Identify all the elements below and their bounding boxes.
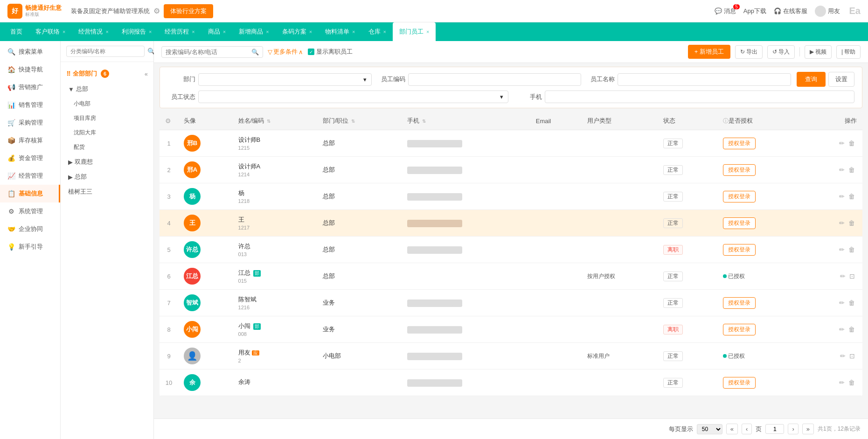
- col-dept[interactable]: 部门/职位 ⇅: [317, 112, 402, 130]
- close-icon[interactable]: ×: [352, 29, 355, 35]
- search-icon-btn[interactable]: 🔍: [251, 49, 259, 56]
- auth-button[interactable]: 授权登录: [723, 191, 756, 202]
- add-employee-button[interactable]: + 新增员工: [688, 45, 730, 59]
- filter-status-select[interactable]: ▾: [198, 91, 508, 103]
- sidebar-item-guide[interactable]: 💡 新手引导: [0, 238, 60, 256]
- delete-button[interactable]: 🗑: [847, 245, 857, 254]
- sidebar-item-purchase[interactable]: 🛒 采购管理: [0, 114, 60, 132]
- reset-button[interactable]: 设置: [828, 72, 854, 87]
- edit-button[interactable]: ✏: [837, 325, 847, 334]
- close-icon[interactable]: ×: [383, 29, 386, 35]
- close-icon[interactable]: ×: [105, 29, 108, 35]
- copy-button[interactable]: ⊡: [847, 351, 857, 361]
- close-icon[interactable]: ×: [223, 29, 226, 35]
- dept-sub-project[interactable]: 项目库房: [61, 111, 153, 125]
- export-button[interactable]: ↻ 导出: [735, 45, 763, 59]
- message-icon[interactable]: 💬 消息 5: [715, 7, 736, 15]
- auth-button[interactable]: 授权登录: [723, 138, 756, 149]
- nav-item-customer[interactable]: 客户联络 ×: [29, 22, 72, 41]
- edit-button[interactable]: ✏: [837, 139, 847, 148]
- dept-sub-peihuo[interactable]: 配货: [61, 140, 153, 154]
- nav-item-add-goods[interactable]: 新增商品 ×: [232, 22, 275, 41]
- delete-button[interactable]: 🗑: [847, 378, 857, 387]
- sidebar-item-finance[interactable]: 💰 资金管理: [0, 149, 60, 167]
- auth-button[interactable]: 授权登录: [723, 377, 756, 389]
- dept-group-item-shuanglu[interactable]: ▶ 双鹿想: [61, 154, 153, 169]
- delete-button[interactable]: 🗑: [847, 165, 857, 174]
- nav-item-operation[interactable]: 经营情况 ×: [72, 22, 115, 41]
- close-icon[interactable]: ×: [266, 29, 269, 35]
- user-menu[interactable]: 用友: [815, 6, 840, 17]
- col-name-code[interactable]: 姓名/编码 ⇅: [233, 112, 317, 130]
- last-page-button[interactable]: »: [802, 424, 814, 434]
- close-icon[interactable]: ×: [149, 29, 152, 35]
- sidebar-item-sales[interactable]: 📊 销售管理: [0, 96, 60, 114]
- nav-item-department[interactable]: 部门员工 ×: [393, 22, 436, 41]
- auth-button[interactable]: 授权登录: [723, 324, 756, 335]
- import-button[interactable]: ↺ 导入: [767, 45, 795, 59]
- query-button[interactable]: 查询: [797, 72, 826, 87]
- help-button[interactable]: | 帮助: [836, 45, 861, 59]
- sidebar-item-inventory[interactable]: 📦 库存核算: [0, 132, 60, 149]
- edit-button[interactable]: ✏: [838, 272, 847, 281]
- first-page-button[interactable]: «: [726, 424, 738, 434]
- search-input[interactable]: [166, 49, 250, 56]
- app-download-link[interactable]: App下载: [743, 7, 766, 15]
- dept-sub-xiaodian[interactable]: 小电部: [61, 97, 153, 111]
- close-icon[interactable]: ×: [62, 29, 65, 35]
- edit-button[interactable]: ✏: [837, 245, 847, 254]
- close-icon[interactable]: ×: [309, 29, 312, 35]
- page-size-select[interactable]: 50 100 200: [697, 424, 722, 434]
- col-phone[interactable]: 手机 ⇅: [402, 112, 530, 130]
- sidebar-item-basic[interactable]: 📋 基础信息: [0, 185, 60, 202]
- nav-item-history[interactable]: 经营历程 ×: [158, 22, 201, 41]
- prev-page-button[interactable]: ‹: [742, 424, 752, 434]
- delete-button[interactable]: 🗑: [847, 298, 857, 307]
- close-icon-active[interactable]: ×: [426, 29, 429, 35]
- nav-item-bom[interactable]: 物料清单 ×: [319, 22, 361, 41]
- auth-button[interactable]: 授权登录: [723, 164, 756, 176]
- nav-item-barcode[interactable]: 条码方案 ×: [276, 22, 319, 41]
- dept-all-button[interactable]: ⠿ 全部部门 6 «: [61, 66, 153, 82]
- edit-button[interactable]: ✏: [837, 165, 847, 174]
- close-icon[interactable]: ×: [192, 29, 194, 35]
- auth-button[interactable]: 授权登录: [723, 244, 756, 256]
- filter-code-input[interactable]: [408, 73, 582, 86]
- edit-button[interactable]: ✏: [837, 218, 847, 228]
- edit-button[interactable]: ✏: [838, 351, 847, 361]
- delete-button[interactable]: 🗑: [847, 139, 857, 148]
- dept-collapse-btn[interactable]: «: [145, 70, 148, 77]
- more-conditions-btn[interactable]: ▽ 更多条件 ∧: [268, 48, 303, 56]
- nav-item-home[interactable]: 首页: [4, 22, 29, 41]
- nav-item-goods[interactable]: 商品 ×: [201, 22, 232, 41]
- video-button[interactable]: ▶ 视频: [805, 45, 832, 59]
- dept-group-item-zhishu[interactable]: 植树王三: [61, 184, 153, 199]
- next-page-button[interactable]: ›: [788, 424, 798, 434]
- sidebar-item-marketing[interactable]: 📢 营销推广: [0, 78, 60, 96]
- dept-search-input[interactable]: [66, 46, 145, 57]
- show-resigned-toggle[interactable]: ✓ 显示离职员工: [308, 48, 353, 56]
- edit-button[interactable]: ✏: [837, 298, 847, 307]
- nav-item-warehouse[interactable]: 仓库 ×: [362, 22, 393, 41]
- nav-item-profit[interactable]: 利润报告 ×: [115, 22, 158, 41]
- dept-group-item-main[interactable]: ▼ 总部: [61, 82, 153, 97]
- sidebar-item-system[interactable]: ⚙ 系统管理: [0, 202, 60, 220]
- trial-button[interactable]: 体验行业方案: [164, 4, 213, 18]
- copy-button[interactable]: ⊡: [847, 272, 857, 281]
- sidebar-item-manage[interactable]: 📈 经营管理: [0, 167, 60, 185]
- edit-button[interactable]: ✏: [837, 378, 847, 387]
- filter-dept-select[interactable]: ▾: [198, 73, 372, 86]
- filter-phone-input[interactable]: [545, 91, 855, 103]
- edit-button[interactable]: ✏: [837, 192, 847, 201]
- gear-icon[interactable]: ⚙: [153, 7, 160, 15]
- online-service-link[interactable]: 🎧 在线客服: [774, 7, 807, 15]
- page-number-input[interactable]: [765, 424, 784, 434]
- dept-group-item-zongbu[interactable]: ▶ 总部: [61, 169, 153, 184]
- delete-button[interactable]: 🗑: [847, 192, 857, 201]
- dept-sub-shenyang[interactable]: 沈阳大库: [61, 125, 153, 140]
- column-setting-icon[interactable]: ⚙: [165, 117, 171, 125]
- filter-name-input[interactable]: [618, 73, 791, 86]
- delete-button[interactable]: 🗑: [847, 325, 857, 334]
- sidebar-item-search[interactable]: 🔍 搜索菜单: [0, 43, 60, 61]
- auth-button[interactable]: 授权登录: [723, 297, 756, 309]
